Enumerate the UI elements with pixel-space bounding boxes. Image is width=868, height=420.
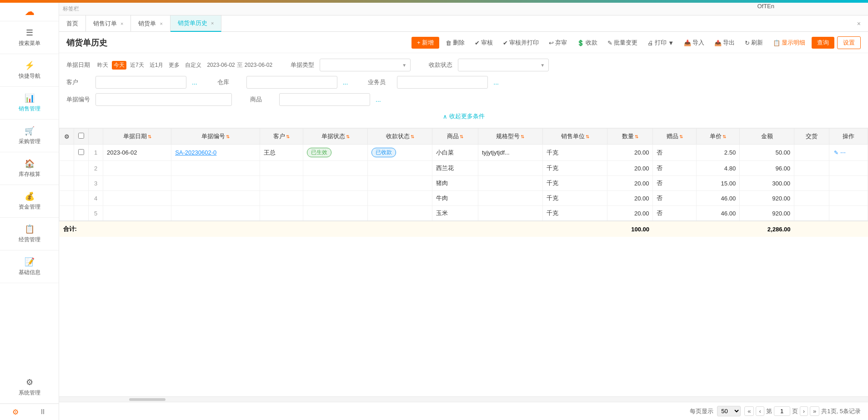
- col-quantity[interactable]: 数量⇅: [607, 129, 653, 145]
- select-all-checkbox[interactable]: [78, 133, 84, 139]
- page-next-button[interactable]: ›: [800, 406, 808, 416]
- audit-button[interactable]: ✔ 审核: [471, 37, 497, 49]
- shortcut-more[interactable]: 更多: [167, 61, 181, 70]
- col-doc-status[interactable]: 单据状态⇅: [303, 129, 367, 145]
- shortcut-yesterday[interactable]: 昨天: [95, 61, 110, 70]
- new-button[interactable]: + 新增: [411, 37, 439, 49]
- row-checkbox[interactable]: [78, 149, 84, 155]
- import-button[interactable]: 📥 导入: [680, 37, 708, 49]
- total-info: 共1页, 5条记录: [821, 407, 861, 415]
- tab-sales-goods-history-close[interactable]: ×: [211, 20, 214, 26]
- doc-no-input[interactable]: [95, 93, 232, 106]
- unit-price-cell: 15.00: [696, 176, 739, 191]
- table-row: 3 猪肉 千克 20.00 否 15.00 300.00: [60, 176, 868, 191]
- payment-status-dropdown-icon: ▼: [540, 63, 545, 68]
- page-last-button[interactable]: »: [810, 406, 819, 416]
- customer-input[interactable]: [95, 76, 186, 89]
- audit-print-button[interactable]: ✔ 审核并打印: [499, 37, 542, 49]
- goods-input[interactable]: [279, 93, 370, 106]
- spec-type-cell: tyjytjytjdf...: [478, 145, 542, 161]
- query-button[interactable]: 查询: [812, 37, 834, 49]
- warehouse-dots-button[interactable]: ...: [341, 79, 350, 86]
- row-check-cell[interactable]: [74, 161, 89, 176]
- tab-sales-goods-close[interactable]: ×: [160, 21, 162, 26]
- edit-action[interactable]: ✎: [834, 150, 838, 156]
- doc-no-link[interactable]: SA-20230602-0: [175, 149, 216, 156]
- col-gift[interactable]: 赠品⇅: [653, 129, 696, 145]
- goods-dots-button[interactable]: ...: [374, 96, 383, 103]
- salesperson-input[interactable]: [397, 76, 488, 89]
- print-button[interactable]: 🖨 打印 ▼: [644, 37, 677, 49]
- row-check-cell[interactable]: [74, 145, 89, 161]
- page-label-pre: 第: [766, 407, 772, 415]
- col-spec-type[interactable]: 规格型号⇅: [478, 129, 542, 145]
- discard-button[interactable]: ↩ 弃审: [545, 37, 571, 49]
- sidebar-item-quick-nav[interactable]: ⚡ 快捷导航: [0, 54, 59, 87]
- row-check-cell[interactable]: [74, 206, 89, 221]
- sidebar-item-basic-info[interactable]: 📝 基础信息: [0, 250, 59, 283]
- show-detail-button[interactable]: 📋 显示明细: [769, 37, 809, 49]
- salesperson-dots-button[interactable]: ...: [492, 79, 501, 86]
- sidebar-settings-icon[interactable]: ⚙: [12, 408, 19, 416]
- batch-change-button[interactable]: ✎ 批量变更: [604, 37, 641, 49]
- show-detail-icon: 📋: [773, 40, 780, 46]
- col-sales-unit[interactable]: 销售单位⇅: [543, 129, 607, 145]
- table-header-row: ⚙ 单据日期⇅ 单据编号⇅ 客户⇅ 单据状态⇅ 收款状态⇅ 商品⇅ 规格型号⇅ …: [60, 129, 868, 145]
- salesperson-filter-group: 业务员 ...: [368, 76, 501, 89]
- sidebar-item-ops-mgmt[interactable]: 📋 经营管理: [0, 218, 59, 250]
- setting-button[interactable]: 设置: [837, 36, 861, 49]
- shortcut-7days[interactable]: 近7天: [128, 61, 146, 70]
- sidebar-collapse-icon[interactable]: ⏸: [39, 408, 46, 416]
- amount-cell: 96.00: [740, 161, 794, 176]
- horizontal-scrollbar[interactable]: [59, 396, 868, 402]
- sidebar-item-finance-mgmt[interactable]: 💰 资金管理: [0, 185, 59, 218]
- collect-button[interactable]: 💲 收款: [573, 37, 601, 49]
- sidebar-item-sys-mgmt[interactable]: ⚙ 系统管理: [0, 371, 59, 404]
- payment-status-select[interactable]: ▼: [458, 59, 549, 71]
- row-check-cell[interactable]: [74, 176, 89, 191]
- doc-type-select[interactable]: ▼: [320, 59, 411, 71]
- col-goods[interactable]: 商品⇅: [432, 129, 478, 145]
- warehouse-input[interactable]: [246, 76, 337, 89]
- doc-date-cell: 2023-06-02: [103, 145, 171, 161]
- sidebar-item-purchase-mgmt[interactable]: 🛒 采购管理: [0, 120, 59, 152]
- sidebar-item-sales-mgmt[interactable]: 📊 销售管理: [0, 87, 59, 120]
- tab-home[interactable]: 首页: [59, 15, 86, 32]
- page-first-button[interactable]: «: [744, 406, 754, 416]
- customer-dots-button[interactable]: ...: [190, 79, 199, 86]
- col-doc-date[interactable]: 单据日期⇅: [103, 129, 171, 145]
- sidebar-item-inventory-calc[interactable]: 🏠 库存核算: [0, 152, 59, 185]
- customer-label: 客户: [66, 78, 92, 86]
- tab-sales-goods-history[interactable]: 销货单历史 ×: [171, 15, 221, 32]
- more-action[interactable]: ⋯: [840, 150, 846, 156]
- col-settings[interactable]: ⚙: [60, 129, 74, 145]
- page-number-input[interactable]: [774, 406, 790, 416]
- shortcut-today[interactable]: 今天: [112, 61, 126, 70]
- col-check[interactable]: [74, 129, 89, 145]
- col-actions: 操作: [829, 129, 868, 145]
- tab-sales-order-close[interactable]: ×: [120, 21, 123, 26]
- doc-status-cell: [303, 176, 367, 191]
- scrollbar-thumb[interactable]: [129, 398, 166, 401]
- sidebar-item-search-menu[interactable]: ☰ 搜索菜单: [0, 21, 59, 54]
- tab-sales-goods[interactable]: 销货单 ×: [131, 15, 170, 32]
- refresh-button[interactable]: ↻ 刷新: [741, 37, 767, 49]
- shortcut-1month[interactable]: 近1月: [148, 61, 166, 70]
- tab-sales-order[interactable]: 销售订单 ×: [86, 15, 131, 32]
- col-doc-no[interactable]: 单据编号⇅: [171, 129, 260, 145]
- delete-button[interactable]: 🗑 删除: [442, 37, 468, 49]
- page-size-select[interactable]: 50 20 100 200: [717, 406, 741, 416]
- doc-no-cell: [171, 176, 260, 191]
- export-button[interactable]: 📤 导出: [711, 37, 738, 49]
- col-payment-status[interactable]: 收款状态⇅: [368, 129, 432, 145]
- page-prev-button[interactable]: ‹: [756, 406, 764, 416]
- doc-no-cell: [171, 191, 260, 206]
- audit-icon: ✔: [475, 40, 480, 46]
- export-icon: 📤: [714, 40, 722, 46]
- col-unit-price[interactable]: 单价⇅: [696, 129, 739, 145]
- shortcut-custom[interactable]: 自定义: [183, 61, 203, 70]
- col-customer[interactable]: 客户⇅: [260, 129, 303, 145]
- tab-bar-close-all[interactable]: ×: [853, 20, 864, 27]
- row-check-cell[interactable]: [74, 191, 89, 206]
- collapse-button[interactable]: ∧ 收起更多条件: [66, 110, 861, 122]
